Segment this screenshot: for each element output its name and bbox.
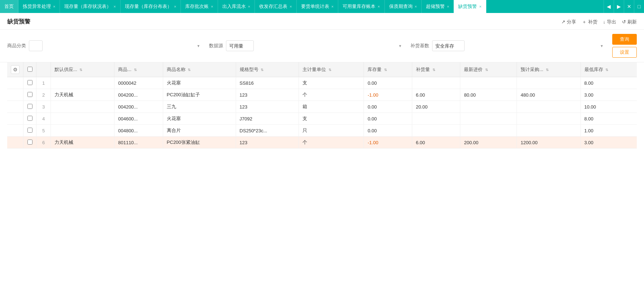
- tab-close-all-button[interactable]: ✕: [624, 0, 634, 13]
- row-gear-cell: [7, 137, 23, 149]
- row-checkbox-0[interactable]: [27, 80, 32, 85]
- column-estimated-purchase-label: 预计采购...: [521, 67, 543, 72]
- tab-close-exception[interactable]: ×: [53, 4, 55, 9]
- row-min-stock: 3.00: [580, 137, 637, 149]
- row-spec: 123: [236, 137, 299, 149]
- export-icon: ↓: [603, 19, 606, 25]
- column-stock-qty[interactable]: 库存量 ⇅: [364, 62, 412, 77]
- sort-icon-unit: ⇅: [328, 68, 331, 72]
- tab-close-order-stats[interactable]: ×: [331, 4, 334, 9]
- column-min-stock[interactable]: 最低库存 ⇅: [580, 62, 637, 77]
- tab-item-avail-ledger[interactable]: 可用量库存账本×: [338, 0, 384, 13]
- query-button[interactable]: 查询: [612, 34, 637, 45]
- tab-item-recv-summary[interactable]: 收发存汇总表×: [255, 0, 296, 13]
- row-supplier: [51, 101, 114, 113]
- tab-item-inout-flow[interactable]: 出入库流水×: [218, 0, 255, 13]
- tab-close-avail-ledger[interactable]: ×: [378, 4, 380, 9]
- row-checkbox-cell[interactable]: [23, 101, 36, 113]
- filter-actions: 查询 设置: [612, 34, 637, 58]
- tab-item-batch-ledger[interactable]: 库存批次账×: [181, 0, 218, 13]
- row-checkbox-1[interactable]: [27, 92, 32, 97]
- row-estimated-purchase: 1200.00: [517, 137, 580, 149]
- replenish-button[interactable]: ＋ 补货: [582, 19, 597, 25]
- row-checkbox-cell[interactable]: [23, 137, 36, 149]
- export-button[interactable]: ↓ 导出: [603, 19, 617, 25]
- column-settings-button[interactable]: ⚙: [11, 65, 19, 74]
- replenish-base-select-wrapper: 安全库存: [432, 40, 606, 51]
- row-supplier: [51, 113, 114, 125]
- column-gear[interactable]: ⚙: [7, 62, 23, 77]
- table-body: 1 0000042 火花塞 SS816 支 0.00 8.00 2 力天机械 0…: [7, 77, 637, 149]
- row-checkbox-4[interactable]: [27, 128, 32, 133]
- tab-close-overstock[interactable]: ×: [447, 4, 449, 9]
- tab-item-shortage[interactable]: 缺货预警×: [454, 0, 486, 13]
- tab-prev-button[interactable]: ◀: [604, 0, 614, 13]
- row-checkbox-cell[interactable]: [23, 125, 36, 137]
- row-stock-qty: -1.00: [364, 137, 412, 149]
- column-checkbox-all[interactable]: [23, 62, 36, 77]
- row-gear-cell: [7, 125, 23, 137]
- sort-icon-replenish: ⇅: [432, 68, 435, 72]
- table-row: 2 力天机械 004200... PC200油缸缸子 123 个 -1.00 6…: [7, 89, 637, 101]
- row-gear-cell: [7, 113, 23, 125]
- tab-next-button[interactable]: ▶: [614, 0, 624, 13]
- row-checkbox-2[interactable]: [27, 104, 32, 109]
- row-replenish-qty: [412, 113, 460, 125]
- row-min-stock: 1.00: [580, 125, 637, 137]
- row-estimated-purchase: [517, 77, 580, 89]
- replenish-base-select[interactable]: 安全库存: [432, 40, 465, 51]
- row-product-name: 火花塞: [163, 113, 236, 125]
- category-select-wrapper: [29, 40, 203, 51]
- filter-bar: 商品分类 数据源 可用量 补货基数 安全库存: [0, 30, 644, 62]
- column-replenish-qty-label: 补货量: [416, 67, 430, 72]
- tab-item-inventory-dist[interactable]: 现存量（库存分布表）×: [121, 0, 181, 13]
- row-checkbox-cell[interactable]: [23, 113, 36, 125]
- row-checkbox-3[interactable]: [27, 116, 32, 121]
- replenish-base-filter-group: 补货基数 安全库存: [410, 40, 606, 51]
- tab-item-exception[interactable]: 拣货异常处理×: [18, 0, 60, 13]
- refresh-button[interactable]: ↺ 刷新: [622, 19, 637, 25]
- column-latest-price[interactable]: 最新进价 ⇅: [460, 62, 517, 77]
- tab-item-overstock[interactable]: 超储预警×: [422, 0, 454, 13]
- row-supplier: 力天机械: [51, 137, 114, 149]
- column-product-code[interactable]: 商品... ⇅: [114, 62, 163, 77]
- tab-item-expiry-query[interactable]: 保质期查询×: [385, 0, 422, 13]
- tab-close-inventory-status[interactable]: ×: [113, 4, 116, 9]
- category-filter-group: 商品分类: [7, 40, 203, 51]
- row-estimated-purchase: 480.00: [517, 89, 580, 101]
- tab-close-shortage[interactable]: ×: [479, 4, 481, 9]
- tab-close-inout-flow[interactable]: ×: [248, 4, 250, 9]
- refresh-icon: ↺: [622, 19, 626, 25]
- row-checkbox-5[interactable]: [27, 140, 32, 145]
- tab-item-order-stats[interactable]: 要货单统计表×: [297, 0, 338, 13]
- settings-button[interactable]: 设置: [612, 47, 637, 58]
- tab-item-inventory-status[interactable]: 现存量（库存状况表）×: [60, 0, 120, 13]
- row-number: 1: [36, 77, 51, 89]
- row-checkbox-cell[interactable]: [23, 89, 36, 101]
- tab-item-home[interactable]: 首页: [0, 0, 18, 13]
- column-product-name[interactable]: 商品名称 ⇅: [163, 62, 236, 77]
- main-content: 缺货预警 ↗ 分享 ＋ 补货 ↓ 导出 ↺ 刷新 商品分类: [0, 13, 644, 287]
- column-default-supplier[interactable]: 默认供应... ⇅: [51, 62, 114, 77]
- tab-close-batch-ledger[interactable]: ×: [211, 4, 213, 9]
- datasource-select[interactable]: 可用量: [226, 40, 254, 51]
- share-button[interactable]: ↗ 分享: [561, 19, 576, 25]
- shortage-table: ⚙ 默认供应... ⇅ 商品... ⇅ 商品名称: [7, 62, 637, 149]
- tab-close-inventory-dist[interactable]: ×: [174, 4, 176, 9]
- tab-close-expiry-query[interactable]: ×: [415, 4, 417, 9]
- row-checkbox-cell[interactable]: [23, 77, 36, 89]
- row-spec: J7092: [236, 113, 299, 125]
- column-estimated-purchase[interactable]: 预计采购... ⇅: [517, 62, 580, 77]
- select-all-checkbox[interactable]: [27, 67, 32, 72]
- category-select[interactable]: [29, 40, 43, 51]
- row-number: 3: [36, 101, 51, 113]
- datasource-filter-group: 数据源 可用量: [209, 40, 405, 51]
- row-replenish-qty: 6.00: [412, 89, 460, 101]
- sort-icon-estimated: ⇅: [546, 68, 549, 72]
- column-replenish-qty[interactable]: 补货量 ⇅: [412, 62, 460, 77]
- tab-maximize-button[interactable]: □: [634, 0, 644, 13]
- tab-close-recv-summary[interactable]: ×: [290, 4, 292, 9]
- column-unit[interactable]: 主计量单位 ⇅: [299, 62, 364, 77]
- page-header: 缺货预警 ↗ 分享 ＋ 补货 ↓ 导出 ↺ 刷新: [0, 13, 644, 30]
- column-spec[interactable]: 规格型号 ⇅: [236, 62, 299, 77]
